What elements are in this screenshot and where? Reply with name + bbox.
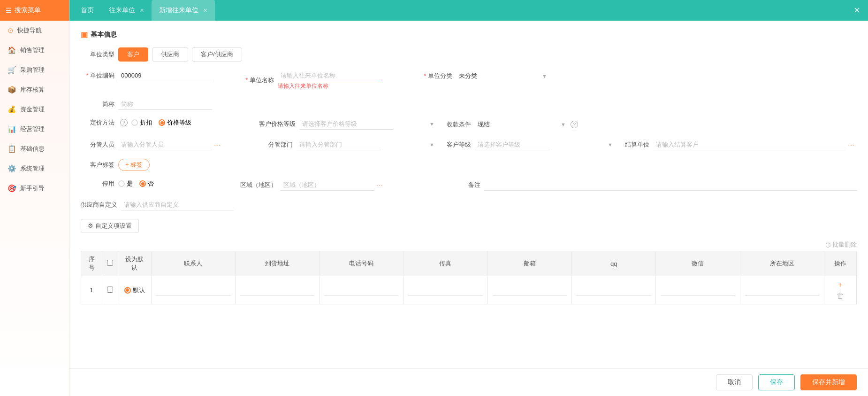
fax-input[interactable] xyxy=(408,285,482,296)
delete-row-btn[interactable]: 🗑 xyxy=(835,291,846,301)
pricing-method-label: 定价方法 xyxy=(81,118,118,127)
region-input[interactable] xyxy=(281,179,374,191)
pricing-level-radio[interactable]: 价格等级 xyxy=(159,118,191,127)
tab-new-partner-close[interactable]: ✕ xyxy=(203,8,207,14)
tab-partners-close[interactable]: ✕ xyxy=(140,8,144,14)
sidebar-item-sales[interactable]: 🏠 销售管理 xyxy=(0,40,69,60)
add-row-btn[interactable]: ＋ xyxy=(835,279,846,291)
settlement-unit-field: 结算单位 ··· xyxy=(616,139,857,150)
manager-more-btn[interactable]: ··· xyxy=(212,141,223,148)
sidebar-item-finance[interactable]: 💰 资金管理 xyxy=(0,100,69,119)
pricing-radio-group: 折扣 价格等级 xyxy=(131,118,191,127)
unit-category-field: 单位分类 未分类 ▼ xyxy=(419,70,857,82)
default-radio-circle xyxy=(124,287,131,294)
settlement-unit-input[interactable] xyxy=(653,139,846,150)
batch-delete-label[interactable]: 批量删除 xyxy=(832,241,857,249)
disabled-yes-radio[interactable]: 是 xyxy=(118,179,133,188)
region-more-btn[interactable]: ··· xyxy=(374,181,385,189)
save-button[interactable]: 保存 xyxy=(758,374,795,390)
remark-input[interactable] xyxy=(484,179,857,191)
customer-price-arrow-icon: ▼ xyxy=(429,121,434,127)
pricing-discount-radio[interactable]: 折扣 xyxy=(131,118,152,127)
sidebar-item-purchase[interactable]: 🛒 采购管理 xyxy=(0,60,69,80)
code-name-category-row: 单位编码 单位名称 请输入往来单位名称 单位分类 未分类 ▼ xyxy=(81,70,857,90)
payment-help-icon[interactable]: ? xyxy=(571,121,578,128)
customer-tag-label: 客户标签 xyxy=(81,161,118,169)
pricing-help-icon[interactable]: ? xyxy=(120,119,128,126)
tab-partners[interactable]: 往来单位 ✕ xyxy=(101,0,152,21)
cell-seq: 1 xyxy=(81,276,102,304)
tab-new-partner[interactable]: 新增往来单位 ✕ xyxy=(152,0,215,21)
department-input[interactable] xyxy=(297,139,381,150)
supplier-custom-input[interactable] xyxy=(121,199,234,210)
sidebar-search-label: 搜索菜单 xyxy=(15,6,41,15)
col-check xyxy=(102,251,118,276)
pricing-level-circle xyxy=(159,119,165,126)
section-basic-info: ▣ 基本信息 xyxy=(81,30,857,39)
section-icon: ▣ xyxy=(81,30,88,39)
sidebar-item-newbie[interactable]: 🎯 新手引导 xyxy=(0,179,69,198)
sidebar-item-base-label: 基础信息 xyxy=(20,145,45,153)
unit-code-label: 单位编码 xyxy=(81,71,118,80)
sidebar-item-base[interactable]: 📋 基础信息 xyxy=(0,139,69,159)
unit-code-input[interactable] xyxy=(118,70,212,81)
settlement-unit-more-btn[interactable]: ··· xyxy=(846,141,857,148)
unit-category-arrow-icon: ▼ xyxy=(542,73,547,79)
cell-qq xyxy=(571,276,655,304)
tab-home-label: 首页 xyxy=(81,6,94,15)
sidebar-nav[interactable]: ⊙ 快捷导航 xyxy=(0,21,69,40)
section-title-label: 基本信息 xyxy=(91,31,117,39)
unit-type-supplier-btn[interactable]: 供应商 xyxy=(152,47,188,62)
address-input[interactable] xyxy=(240,285,314,296)
tab-bar-close-all[interactable]: ✕ xyxy=(850,5,864,16)
customer-price-input[interactable] xyxy=(299,118,393,130)
customer-tag-field: 客户标签 + 标签 xyxy=(81,159,857,171)
sidebar-item-inventory-label: 库存核算 xyxy=(20,85,45,94)
row-checkbox[interactable] xyxy=(107,287,113,293)
col-wechat: 微信 xyxy=(656,251,740,276)
purchase-icon: 🛒 xyxy=(8,66,16,74)
cell-address xyxy=(235,276,319,304)
add-tag-btn[interactable]: + 标签 xyxy=(118,159,150,171)
pricing-level-label: 价格等级 xyxy=(167,118,191,127)
sidebar-item-inventory[interactable]: 📦 库存核算 xyxy=(0,80,69,100)
disabled-no-radio[interactable]: 否 xyxy=(139,179,154,188)
tab-home[interactable]: 首页 xyxy=(73,0,101,21)
row-region-input[interactable] xyxy=(745,285,819,296)
short-name-input[interactable] xyxy=(118,99,212,110)
cancel-button[interactable]: 取消 xyxy=(716,374,753,390)
select-all-checkbox[interactable] xyxy=(107,260,113,266)
inventory-icon: 📦 xyxy=(8,85,16,94)
sidebar-item-operations[interactable]: 📊 经营管理 xyxy=(0,119,69,139)
email-input[interactable] xyxy=(493,285,567,296)
short-name-row: 简称 xyxy=(81,99,857,110)
custom-settings-btn[interactable]: ⚙ 自定义项设置 xyxy=(81,219,139,233)
default-radio[interactable]: 默认 xyxy=(123,286,146,295)
qq-input[interactable] xyxy=(577,285,651,296)
manager-input[interactable] xyxy=(118,139,212,150)
unit-type-customer-btn[interactable]: 客户 xyxy=(118,47,148,62)
department-field: 分管部门 ▼ xyxy=(259,139,437,150)
department-label: 分管部门 xyxy=(259,140,297,149)
region-label: 区域（地区） xyxy=(240,181,281,189)
sidebar-item-newbie-label: 新手引导 xyxy=(20,184,45,193)
save-new-button[interactable]: 保存并新增 xyxy=(800,374,857,390)
region-field: 区域（地区） ··· xyxy=(240,179,447,191)
wechat-input[interactable] xyxy=(661,285,735,296)
page-footer: 取消 保存 保存并新增 xyxy=(69,368,868,396)
sidebar-item-system[interactable]: ⚙️ 系统管理 xyxy=(0,159,69,179)
unit-name-input[interactable] xyxy=(278,70,381,81)
sidebar-nav-label: 快捷导航 xyxy=(17,26,42,35)
operations-icon: 📊 xyxy=(8,125,16,133)
sidebar-search[interactable]: ☰ 搜索菜单 xyxy=(0,0,69,21)
unit-type-both-btn[interactable]: 客户/供应商 xyxy=(192,47,242,62)
customer-level-field: 客户等级 ▼ xyxy=(437,139,616,150)
customer-level-input[interactable] xyxy=(475,139,550,150)
unit-type-row: 单位类型 客户 供应商 客户/供应商 xyxy=(81,47,857,62)
sidebar-item-purchase-label: 采购管理 xyxy=(20,66,45,74)
pricing-method-field: 定价方法 ? 折扣 价格等级 xyxy=(81,118,259,127)
phone-input[interactable] xyxy=(324,285,398,296)
col-default: 设为默认 xyxy=(118,251,151,276)
contact-input[interactable] xyxy=(156,285,230,296)
batch-delete-area: ⬡ 批量删除 xyxy=(81,241,857,249)
